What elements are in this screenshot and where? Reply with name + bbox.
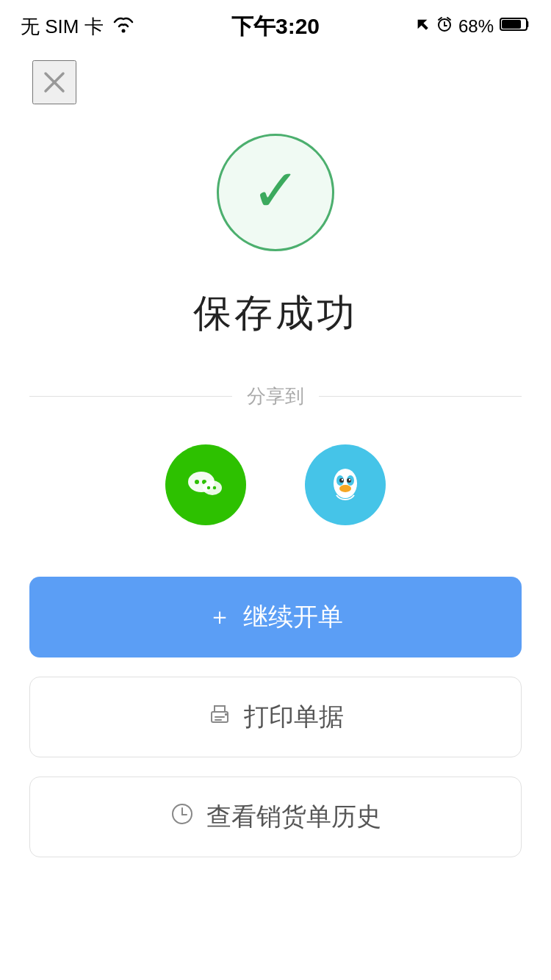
- svg-point-7: [195, 480, 199, 484]
- share-label: 分享到: [247, 383, 304, 409]
- svg-rect-3: [502, 20, 521, 29]
- status-right: 68%: [414, 16, 530, 37]
- continue-order-button[interactable]: ＋ 继续开单: [29, 577, 522, 657]
- svg-point-11: [212, 486, 215, 489]
- svg-point-9: [203, 480, 222, 495]
- print-receipt-label: 打印单据: [244, 700, 344, 734]
- divider-line-left: [29, 396, 232, 397]
- qq-share-button[interactable]: [305, 444, 386, 525]
- svg-point-17: [342, 479, 343, 480]
- status-time: 下午3:20: [231, 12, 320, 42]
- battery-icon: [500, 16, 530, 37]
- wifi-icon: [111, 15, 136, 39]
- svg-point-10: [206, 486, 209, 489]
- battery-percentage: 68%: [458, 16, 494, 37]
- svg-rect-23: [225, 713, 227, 716]
- share-divider: 分享到: [29, 383, 522, 409]
- clock-icon: [170, 801, 195, 832]
- main-content: ✓ 保存成功 分享到: [0, 53, 551, 857]
- alarm-icon: [436, 16, 453, 37]
- printer-icon: [207, 702, 232, 732]
- divider-line-right: [319, 396, 522, 397]
- svg-rect-21: [215, 716, 225, 718]
- svg-rect-22: [215, 719, 222, 721]
- view-history-button[interactable]: 查看销货单历史: [29, 777, 522, 857]
- check-icon: ✓: [251, 162, 300, 220]
- print-receipt-button[interactable]: 打印单据: [29, 677, 522, 757]
- location-icon: [414, 16, 431, 37]
- svg-point-0: [121, 29, 125, 32]
- continue-order-label: 继续开单: [243, 600, 343, 634]
- actions-container: ＋ 继续开单 打印单据: [29, 577, 522, 857]
- share-icons-row: [165, 444, 386, 525]
- sim-status: 无 SIM 卡: [21, 14, 104, 40]
- svg-point-16: [347, 478, 351, 483]
- success-circle: ✓: [217, 134, 334, 251]
- svg-point-15: [339, 478, 344, 483]
- svg-point-19: [339, 485, 351, 492]
- status-left: 无 SIM 卡: [21, 14, 136, 40]
- close-button[interactable]: [32, 60, 76, 104]
- status-bar: 无 SIM 卡 下午3:20 68%: [0, 0, 551, 53]
- success-title: 保存成功: [193, 288, 358, 339]
- wechat-share-button[interactable]: [165, 444, 246, 525]
- plus-icon: ＋: [208, 601, 231, 633]
- view-history-label: 查看销货单历史: [206, 800, 381, 834]
- svg-point-18: [349, 479, 350, 480]
- svg-point-12: [334, 469, 357, 498]
